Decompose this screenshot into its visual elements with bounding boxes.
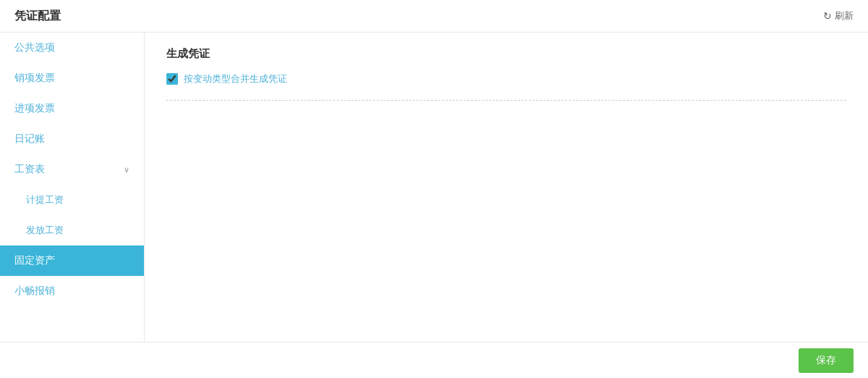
- merge-by-type-checkbox[interactable]: [166, 73, 178, 85]
- sidebar-item-payroll[interactable]: 工资表∨: [0, 154, 144, 185]
- sidebar-item-pay-payroll[interactable]: 发放工资: [0, 215, 144, 245]
- header: 凭证配置 ↻ 刷新: [0, 0, 868, 33]
- sidebar-item-purchase-invoice[interactable]: 进项发票: [0, 93, 144, 124]
- refresh-icon: ↻: [823, 10, 832, 22]
- sidebar-item-journal[interactable]: 日记账: [0, 124, 144, 154]
- sidebar-item-calculate-payroll[interactable]: 计提工资: [0, 185, 144, 215]
- refresh-label: 刷新: [835, 9, 854, 22]
- sidebar-label-sales-invoice: 销项发票: [14, 72, 55, 85]
- sidebar-label-fixed-assets: 固定资产: [14, 254, 55, 267]
- sidebar-label-payroll: 工资表: [14, 163, 45, 176]
- sidebar-label-pay-payroll: 发放工资: [26, 224, 64, 237]
- refresh-button[interactable]: ↻ 刷新: [823, 9, 854, 22]
- sidebar-label-expense-report: 小畅报销: [14, 285, 55, 298]
- page-title: 凭证配置: [14, 9, 61, 24]
- section-title: 生成凭证: [166, 47, 846, 61]
- merge-by-type-label[interactable]: 按变动类型合并生成凭证: [184, 72, 287, 85]
- sidebar-item-fixed-assets[interactable]: 固定资产: [0, 245, 144, 276]
- section-divider: [166, 100, 846, 101]
- sidebar-label-calculate-payroll: 计提工资: [26, 193, 64, 206]
- footer: 保存: [0, 342, 868, 378]
- sidebar: 公共选项销项发票进项发票日记账工资表∨计提工资发放工资固定资产小畅报销: [0, 33, 145, 342]
- sidebar-label-purchase-invoice: 进项发票: [14, 102, 55, 115]
- sidebar-item-sales-invoice[interactable]: 销项发票: [0, 63, 144, 93]
- checkbox-row: 按变动类型合并生成凭证: [166, 72, 846, 85]
- sidebar-item-public-options[interactable]: 公共选项: [0, 33, 144, 63]
- chevron-down-icon: ∨: [124, 165, 129, 175]
- sidebar-label-public-options: 公共选项: [14, 41, 55, 54]
- sidebar-item-expense-report[interactable]: 小畅报销: [0, 276, 144, 306]
- sidebar-label-journal: 日记账: [14, 133, 45, 146]
- save-button[interactable]: 保存: [799, 348, 854, 373]
- main-layout: 公共选项销项发票进项发票日记账工资表∨计提工资发放工资固定资产小畅报销 生成凭证…: [0, 33, 868, 342]
- content-area: 生成凭证 按变动类型合并生成凭证: [145, 33, 868, 342]
